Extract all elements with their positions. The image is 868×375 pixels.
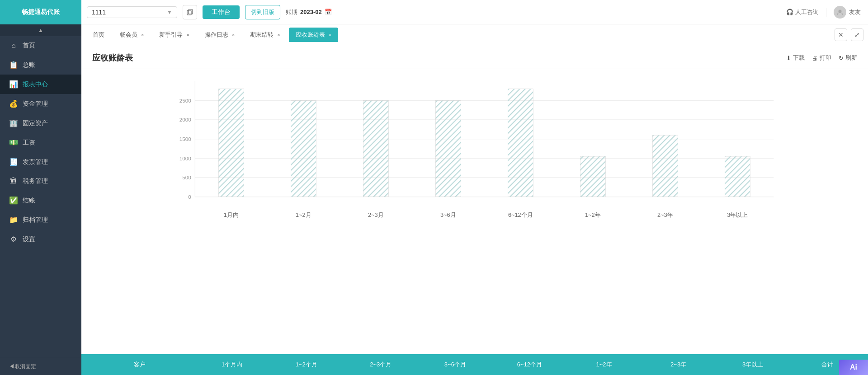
dropdown-icon: ▼ — [167, 9, 172, 15]
tabs-bar: 首页畅会员×新手引导×操作日志×期末结转×应收账龄表× ✕ ⤢ — [81, 24, 868, 45]
workbench-button[interactable]: 工作台 — [203, 5, 240, 19]
sidebar-label-invoice: 发票管理 — [23, 158, 48, 166]
tab-home[interactable]: 首页 — [86, 28, 111, 42]
sidebar-scroll-up[interactable]: ▲ — [0, 24, 81, 36]
company-selector[interactable]: 1111 ▼ — [87, 6, 177, 18]
sidebar-label-ledger: 总账 — [23, 61, 35, 69]
content-area: 首页畅会员×新手引导×操作日志×期末结转×应收账龄表× ✕ ⤢ 应收账龄表 ⬇ … — [81, 24, 868, 375]
closing-icon: ✅ — [9, 196, 18, 205]
user-area[interactable]: 友友 — [834, 6, 861, 19]
assets-icon: 🏢 — [9, 119, 18, 127]
tab-label-period-end: 期末结转 — [250, 31, 274, 39]
table-col-5: 6~12个月 — [492, 361, 567, 369]
calendar-icon[interactable]: 📅 — [325, 9, 332, 15]
main-layout: ▲ ⌂首页📋总账📊报表中心💰资金管理🏢固定资产💵工资🧾发票管理🏛税务管理✅结账📁… — [0, 24, 868, 375]
table-col-7: 2~3年 — [641, 361, 716, 369]
svg-text:1月内: 1月内 — [224, 211, 239, 218]
logo-area: 畅捷通易代账 — [0, 0, 81, 24]
table-headers: 客户1个月内1~2个月2~3个月3~6个月6~12个月1~2年2~3年3年以上合… — [85, 361, 864, 369]
tab-log[interactable]: 操作日志× — [198, 28, 241, 42]
ar-aging-chart: 05001000150020002500 1月内1~2月2~3月3~6月6~12… — [92, 76, 857, 221]
expand-tab-button[interactable]: ⤢ — [851, 28, 863, 41]
period-area: 账期 2023-02 📅 — [286, 8, 332, 16]
sidebar-item-salary[interactable]: 💵工资 — [0, 133, 81, 152]
tab-close-guide[interactable]: × — [186, 32, 189, 38]
download-label: 下载 — [793, 54, 805, 62]
page-content: 应收账龄表 ⬇ 下载 🖨 打印 ↻ 刷新 — [81, 45, 868, 375]
page-header: 应收账龄表 ⬇ 下载 🖨 打印 ↻ 刷新 — [81, 45, 868, 69]
sidebar-label-salary: 工资 — [23, 139, 35, 147]
tab-guide[interactable]: 新手引导× — [152, 28, 196, 42]
sidebar-nav: ⌂首页📋总账📊报表中心💰资金管理🏢固定资产💵工资🧾发票管理🏛税务管理✅结账📁归档… — [0, 36, 81, 249]
svg-text:1000: 1000 — [179, 155, 192, 161]
print-icon: 🖨 — [812, 55, 818, 61]
svg-text:2000: 2000 — [179, 117, 192, 122]
table-col-1: 1个月内 — [195, 361, 269, 369]
sidebar-item-invoice[interactable]: 🧾发票管理 — [0, 152, 81, 172]
reports-icon: 📊 — [9, 80, 18, 89]
support-button[interactable]: 🎧 人工咨询 — [786, 8, 819, 16]
svg-text:2~3年: 2~3年 — [657, 211, 673, 218]
svg-rect-16 — [218, 89, 244, 197]
tab-label-ar-aging: 应收账龄表 — [296, 31, 325, 39]
sidebar-item-settings[interactable]: ⚙设置 — [0, 230, 81, 249]
support-label: 人工咨询 — [795, 8, 819, 16]
table-col-4: 3~6个月 — [418, 361, 493, 369]
sidebar-item-home[interactable]: ⌂首页 — [0, 36, 81, 55]
svg-text:3年以上: 3年以上 — [727, 211, 748, 218]
tax-icon: 🏛 — [9, 177, 18, 185]
tab-close-period-end[interactable]: × — [277, 32, 280, 38]
svg-rect-20 — [508, 89, 533, 197]
sidebar-label-closing: 结账 — [23, 197, 35, 205]
tab-close-member[interactable]: × — [141, 32, 144, 38]
table-col-8: 3年以上 — [716, 361, 790, 369]
close-tab-button[interactable]: ✕ — [835, 28, 847, 41]
sidebar-label-settings: 设置 — [23, 235, 35, 244]
sidebar-label-home: 首页 — [23, 42, 35, 50]
tab-ar-aging[interactable]: 应收账龄表× — [289, 28, 338, 42]
support-area: 🎧 人工咨询 友友 — [786, 6, 861, 19]
logo-text: 畅捷通易代账 — [22, 8, 60, 16]
page-title: 应收账龄表 — [92, 52, 133, 63]
tab-period-end[interactable]: 期末结转× — [243, 28, 287, 42]
download-button[interactable]: ⬇ 下载 — [786, 54, 805, 62]
table-col-3: 2~3个月 — [344, 361, 418, 369]
download-icon: ⬇ — [786, 55, 791, 61]
ledger-icon: 📋 — [9, 61, 18, 69]
cancel-pin-button[interactable]: ◀取消固定 — [0, 358, 81, 375]
ai-badge[interactable]: Ai — [839, 360, 868, 375]
sidebar-label-assets: 固定资产 — [23, 119, 48, 127]
sidebar-label-archive: 归档管理 — [23, 216, 48, 224]
top-header: 畅捷通易代账 1111 ▼ 工作台 切到旧版 账期 2023-02 📅 🎧 人工… — [0, 0, 868, 24]
page-actions: ⬇ 下载 🖨 打印 ↻ 刷新 — [786, 54, 857, 62]
old-version-button[interactable]: 切到旧版 — [245, 5, 280, 19]
tab-close-ar-aging[interactable]: × — [329, 32, 331, 38]
refresh-label: 刷新 — [845, 54, 857, 62]
print-button[interactable]: 🖨 打印 — [812, 54, 831, 62]
avatar — [834, 6, 846, 19]
svg-rect-21 — [580, 156, 605, 197]
sidebar-label-funds: 资金管理 — [23, 100, 48, 108]
archive-icon: 📁 — [9, 216, 18, 224]
sidebar-item-funds[interactable]: 💰资金管理 — [0, 94, 81, 113]
sidebar-item-ledger[interactable]: 📋总账 — [0, 55, 81, 75]
sidebar-item-tax[interactable]: 🏛税务管理 — [0, 172, 81, 191]
tab-member[interactable]: 畅会员× — [113, 28, 151, 42]
svg-rect-23 — [725, 156, 750, 197]
table-col-2: 1~2个月 — [269, 361, 344, 369]
sidebar-item-reports[interactable]: 📊报表中心 — [0, 75, 81, 94]
sidebar-item-assets[interactable]: 🏢固定资产 — [0, 113, 81, 133]
tabs-actions: ✕ ⤢ — [835, 28, 863, 41]
sidebar: ▲ ⌂首页📋总账📊报表中心💰资金管理🏢固定资产💵工资🧾发票管理🏛税务管理✅结账📁… — [0, 24, 81, 375]
svg-text:3~6月: 3~6月 — [440, 211, 456, 218]
copy-button[interactable] — [183, 5, 197, 19]
sidebar-item-closing[interactable]: ✅结账 — [0, 191, 81, 210]
svg-text:1500: 1500 — [179, 136, 192, 142]
tab-close-log[interactable]: × — [232, 32, 235, 38]
svg-text:0: 0 — [188, 194, 191, 200]
invoice-icon: 🧾 — [9, 158, 18, 166]
sidebar-item-archive[interactable]: 📁归档管理 — [0, 210, 81, 230]
svg-rect-19 — [435, 100, 461, 197]
refresh-button[interactable]: ↻ 刷新 — [839, 54, 857, 62]
svg-text:6~12个月: 6~12个月 — [508, 211, 533, 218]
